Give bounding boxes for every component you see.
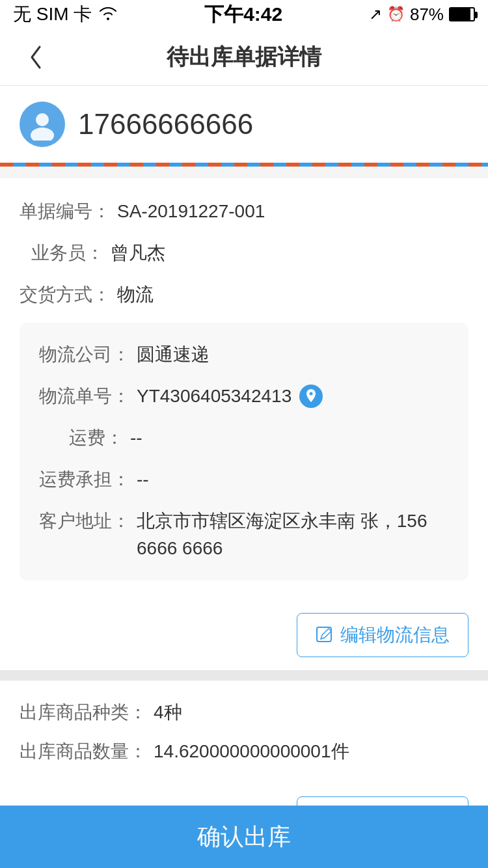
salesman-row: 业务员： 曾凡杰 (20, 239, 468, 267)
status-bar: 无 SIM 卡 下午4:42 ↗ ⏰ 87% (0, 0, 488, 29)
carrier-text: 无 SIM 卡 (13, 2, 92, 27)
freight-bearer-label: 运费承担： (39, 466, 137, 493)
status-time: 下午4:42 (204, 1, 282, 28)
logistics-company-value: 圆通速递 (137, 341, 449, 368)
logistics-tracking-label: 物流单号： (39, 383, 137, 410)
dashed-separator (0, 163, 488, 167)
logistics-tracking-value: YT4306405342413 (137, 383, 449, 410)
section-divider (0, 670, 488, 681)
page-title: 待出库单据详情 (167, 42, 321, 72)
delivery-value: 物流 (117, 281, 468, 308)
freight-bearer-row: 运费承担： -- (39, 466, 449, 493)
confirm-button-label: 确认出库 (197, 821, 291, 853)
goods-card: 出库商品种类： 4种 出库商品数量： 14.620000000000001件 (0, 681, 488, 783)
address-row: 客户地址： 北京市市辖区海淀区永丰南 张，156 6666 6666 (39, 508, 449, 562)
document-value: SA-20191227-001 (117, 198, 468, 225)
freight-value: -- (130, 424, 449, 452)
delivery-label: 交货方式： (20, 281, 117, 308)
confirm-button[interactable]: 确认出库 (0, 806, 488, 868)
document-label: 单据编号： (20, 198, 117, 225)
nav-bar: 待出库单据详情 (0, 29, 488, 86)
salesman-value: 曾凡杰 (111, 239, 468, 267)
goods-quantity-label: 出库商品数量： (20, 739, 154, 764)
freight-label: 运费： (39, 424, 130, 452)
address-label: 客户地址： (39, 508, 137, 535)
basic-info-card: 单据编号： SA-20191227-001 业务员： 曾凡杰 交货方式： 物流 … (0, 178, 488, 600)
status-left: 无 SIM 卡 (13, 2, 118, 27)
svg-point-2 (310, 392, 313, 396)
tracking-number-text: YT4306405342413 (137, 383, 291, 410)
logistics-company-label: 物流公司： (39, 341, 137, 368)
battery-text: 87% (410, 5, 444, 25)
goods-types-value: 4种 (154, 700, 468, 725)
wifi-icon (98, 4, 118, 25)
document-row: 单据编号： SA-20191227-001 (20, 198, 468, 225)
back-button[interactable] (20, 41, 52, 74)
status-right: ↗ ⏰ 87% (369, 5, 475, 25)
goods-types-row: 出库商品种类： 4种 (20, 700, 468, 725)
user-phone: 17666666666 (78, 108, 253, 141)
logistics-tracking-row: 物流单号： YT4306405342413 (39, 383, 449, 410)
svg-point-1 (31, 128, 54, 141)
user-header: 17666666666 (0, 86, 488, 163)
address-value: 北京市市辖区海淀区永丰南 张，156 6666 6666 (137, 508, 449, 562)
edit-logistics-label: 编辑物流信息 (340, 623, 450, 647)
svg-point-0 (36, 113, 49, 126)
location-icon: ↗ (369, 5, 382, 23)
battery-icon (449, 7, 475, 21)
logistics-box: 物流公司： 圆通速递 物流单号： YT4306405342413 运费： -- … (20, 323, 468, 580)
salesman-label: 业务员： (20, 239, 111, 267)
freight-row: 运费： -- (39, 424, 449, 452)
location-pin-icon[interactable] (299, 385, 323, 408)
edit-btn-row: 编辑物流信息 (0, 600, 488, 670)
alarm-icon: ⏰ (387, 6, 405, 23)
edit-logistics-button[interactable]: 编辑物流信息 (297, 613, 468, 657)
logistics-company-row: 物流公司： 圆通速递 (39, 341, 449, 368)
goods-quantity-row: 出库商品数量： 14.620000000000001件 (20, 739, 468, 764)
avatar (20, 102, 65, 147)
goods-quantity-value: 14.620000000000001件 (154, 739, 468, 764)
freight-bearer-value: -- (137, 466, 449, 493)
delivery-row: 交货方式： 物流 (20, 281, 468, 308)
goods-types-label: 出库商品种类： (20, 700, 154, 725)
